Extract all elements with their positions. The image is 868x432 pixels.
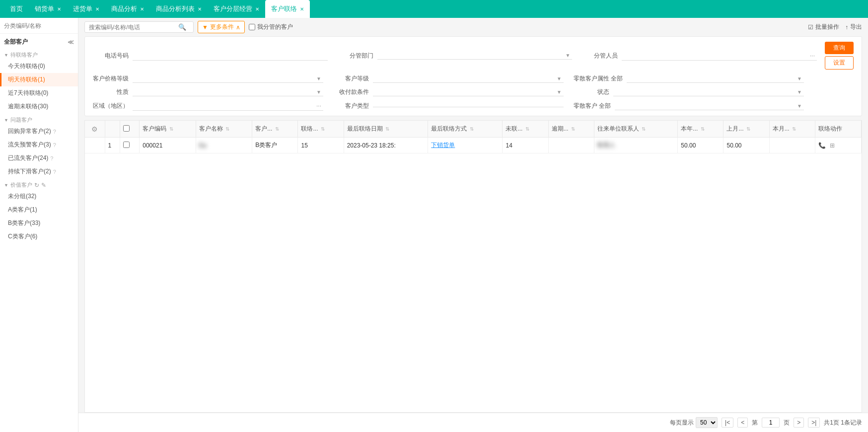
grid-icon[interactable]: ⊞: [830, 142, 835, 149]
sidebar-item-class-b[interactable]: B类客户(33): [0, 216, 78, 230]
page-input[interactable]: [762, 418, 780, 428]
filter-dept-select[interactable]: ▼: [377, 52, 573, 60]
filter-person-select[interactable]: ···: [622, 51, 817, 61]
first-page-btn[interactable]: |<: [722, 418, 733, 428]
sort-icon[interactable]: ⇅: [321, 126, 325, 132]
col-code[interactable]: 客户编码 ⇅: [140, 121, 196, 138]
nav-home[interactable]: 首页: [4, 0, 29, 18]
filter-phone-input[interactable]: [133, 51, 328, 61]
sort-icon[interactable]: ⇅: [470, 126, 474, 132]
filter-retail-attr-select[interactable]: ▼: [627, 75, 804, 83]
sort-icon[interactable]: ⇅: [275, 126, 279, 132]
close-icon[interactable]: ✕: [95, 6, 99, 12]
per-page-dropdown[interactable]: 50: [696, 417, 718, 428]
sidebar-search-input[interactable]: [4, 22, 78, 29]
sort-icon[interactable]: ⇅: [792, 126, 796, 132]
filter-retail-customer-select[interactable]: ▼: [615, 102, 804, 110]
close-icon[interactable]: ✕: [255, 6, 259, 12]
all-customers-header[interactable]: 全部客户 ≪: [0, 34, 78, 48]
main-search-icon[interactable]: 🔍: [178, 23, 186, 31]
ellipsis-icon[interactable]: ···: [316, 102, 321, 109]
sidebar-item-class-a[interactable]: A类客户(1): [0, 203, 78, 216]
col-gear[interactable]: ⚙: [85, 121, 105, 138]
group-edit-icon[interactable]: ↻: [34, 182, 39, 189]
group-pending-contact[interactable]: 待联络客户: [0, 48, 78, 60]
last-page-btn[interactable]: >|: [808, 418, 820, 428]
close-icon[interactable]: ✕: [300, 6, 304, 12]
filter-price-level-select[interactable]: ▼: [133, 75, 323, 83]
my-customers-checkbox[interactable]: [249, 24, 255, 30]
sidebar-item-ungrouped[interactable]: 未分组(32): [0, 190, 78, 203]
sidebar-item-class-c[interactable]: C类客户(6): [0, 230, 78, 243]
sort-icon[interactable]: ⇅: [746, 126, 750, 132]
filter-customer-level-select[interactable]: ▼: [373, 75, 564, 83]
group-settings-icon[interactable]: ✎: [41, 182, 46, 189]
call-icon[interactable]: 📞: [818, 142, 826, 149]
filter-more-btn[interactable]: ▼ 更多条件 ∧: [198, 21, 245, 33]
col-last-method[interactable]: 最后联络方式 ⇅: [428, 121, 503, 138]
chevron-down-icon: ▼: [557, 89, 562, 95]
col-this-year[interactable]: 本年... ⇅: [678, 121, 723, 138]
sidebar-item-declining[interactable]: 持续下滑客户(2) ?: [0, 165, 78, 178]
col-category[interactable]: 客户... ⇅: [252, 121, 298, 138]
nav-tab-analysis[interactable]: 商品分析 ✕: [105, 0, 150, 18]
sort-icon[interactable]: ⇅: [169, 126, 173, 132]
sidebar-item-7days[interactable]: 近7天待联络(0): [0, 86, 78, 100]
sort-icon[interactable]: ⇅: [225, 126, 229, 132]
ellipsis-icon[interactable]: ···: [810, 52, 815, 59]
close-icon[interactable]: ✕: [198, 6, 202, 12]
filter-payment-select[interactable]: ▼: [373, 88, 564, 96]
sidebar-item-today[interactable]: 今天待联络(0): [0, 60, 78, 73]
sort-icon[interactable]: ⇅: [701, 126, 705, 132]
query-btn[interactable]: 查询: [825, 42, 854, 54]
sidebar-item-churned[interactable]: 已流失客户(24) ?: [0, 151, 78, 165]
sidebar-item-tomorrow[interactable]: 明天待联络(1): [0, 73, 78, 86]
sort-icon[interactable]: ⇅: [385, 126, 389, 132]
col-last-month[interactable]: 上月... ⇅: [723, 121, 769, 138]
filter-nature-select[interactable]: ▼: [133, 88, 323, 96]
filter-status-select[interactable]: ▼: [613, 88, 804, 96]
group-value-customers[interactable]: 价值客户 ↻ ✎: [0, 178, 78, 190]
settings-btn[interactable]: 设置: [825, 56, 854, 70]
nav-tab-purchase[interactable]: 进货单 ✕: [67, 0, 105, 18]
main-search-input[interactable]: [89, 24, 178, 31]
batch-ops-btn[interactable]: ☑ 批量操作: [808, 23, 839, 31]
col-this-month[interactable]: 本月... ⇅: [769, 121, 815, 138]
filter-customer-type-select[interactable]: [373, 105, 564, 107]
col-last-date[interactable]: 最后联络日期 ⇅: [344, 121, 428, 138]
gear-icon[interactable]: ⚙: [91, 125, 98, 133]
my-customers-checkbox-label[interactable]: 我分管的客户: [249, 23, 293, 31]
col-action[interactable]: 联络动作: [815, 121, 861, 138]
col-unit-contact[interactable]: 往来单位联系人 ⇅: [594, 121, 678, 138]
nav-tab-sales[interactable]: 销货单 ✕: [29, 0, 67, 18]
nav-tab-customer-contact[interactable]: 客户联络 ✕: [265, 0, 310, 18]
prev-page-btn[interactable]: <: [737, 418, 748, 428]
row-last-method[interactable]: 下销货单: [428, 138, 503, 153]
row-checkbox[interactable]: [120, 138, 140, 153]
col-name[interactable]: 客户名称 ⇅: [196, 121, 252, 138]
col-no-contact[interactable]: 未联... ⇅: [503, 121, 548, 138]
sort-icon[interactable]: ⇅: [642, 126, 646, 132]
filter-region-select[interactable]: ···: [133, 101, 323, 111]
sidebar-item-churn-warning[interactable]: 流失预警客户(3) ?: [0, 138, 78, 151]
sidebar-item-abnormal[interactable]: 回购异常客户(2) ?: [0, 125, 78, 138]
row-unit-contact: 联系人: [594, 138, 678, 153]
nav-tab-analysis-list[interactable]: 商品分析列表 ✕: [150, 0, 208, 18]
collapse-icon[interactable]: ≪: [68, 39, 74, 46]
sort-icon[interactable]: ⇅: [571, 126, 575, 132]
select-all-checkbox[interactable]: [123, 125, 130, 132]
sidebar: 🔍 全部客户 ≪ 待联络客户 今天待联络(0) 明天待联络(1) 近7天待联络(…: [0, 18, 78, 432]
close-icon[interactable]: ✕: [57, 6, 61, 12]
group-problem-customers[interactable]: 问题客户: [0, 113, 78, 125]
nav-tab-customer-layer[interactable]: 客户分层经营 ✕: [208, 0, 265, 18]
sidebar-item-overdue[interactable]: 逾期未联络(30): [0, 100, 78, 113]
filter-retail-customer-label: 零散客户 全部: [574, 102, 615, 110]
filter-price-level: 客户价格等级 ▼: [93, 74, 323, 83]
next-page-btn[interactable]: >: [794, 418, 804, 428]
close-icon[interactable]: ✕: [140, 6, 144, 12]
col-contact[interactable]: 联络... ⇅: [298, 121, 344, 138]
sort-icon[interactable]: ⇅: [525, 126, 529, 132]
export-btn[interactable]: ↑ 导出: [845, 23, 862, 31]
row-select-checkbox[interactable]: [123, 142, 130, 148]
col-overdue[interactable]: 逾期... ⇅: [548, 121, 594, 138]
